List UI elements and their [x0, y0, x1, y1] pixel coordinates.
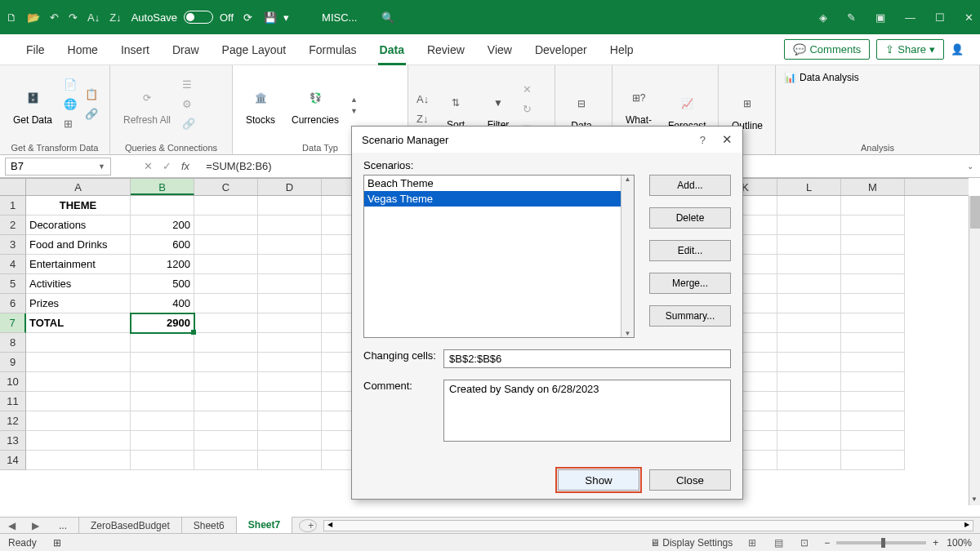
cell[interactable]	[777, 372, 841, 392]
window-icon[interactable]: ▣	[875, 11, 885, 24]
show-button[interactable]: Show	[558, 469, 639, 491]
cell[interactable]	[131, 451, 194, 470]
cell[interactable]	[841, 313, 905, 333]
enter-formula-icon[interactable]: ✓	[163, 160, 172, 172]
draw-icon[interactable]: ✎	[847, 11, 856, 24]
cell[interactable]	[777, 235, 841, 255]
cell[interactable]	[131, 196, 194, 216]
existing-conn-icon[interactable]: 🔗	[85, 108, 100, 122]
cell[interactable]	[258, 431, 322, 451]
cell[interactable]	[194, 235, 258, 255]
edit-links-icon[interactable]: 🔗	[182, 118, 197, 132]
cell[interactable]	[131, 431, 194, 451]
sync-icon[interactable]: ⟳	[243, 11, 252, 24]
cell[interactable]	[258, 372, 322, 392]
col-header[interactable]: L	[777, 179, 841, 195]
row-header[interactable]: 10	[0, 372, 26, 392]
cell[interactable]	[841, 294, 905, 313]
cell[interactable]	[777, 274, 841, 294]
cell[interactable]	[194, 411, 258, 431]
sort-desc-icon[interactable]: Z↓	[109, 11, 121, 24]
cell[interactable]	[777, 392, 841, 411]
cell[interactable]	[26, 411, 131, 431]
tab-home[interactable]: Home	[56, 34, 109, 65]
cell[interactable]	[258, 451, 322, 470]
cell[interactable]: 500	[131, 274, 194, 294]
cell[interactable]: Food and Drinks	[26, 235, 131, 255]
autosave-control[interactable]: AutoSave Off	[131, 11, 234, 24]
cell[interactable]: TOTAL	[26, 313, 131, 333]
cell[interactable]	[841, 333, 905, 353]
cell[interactable]	[777, 313, 841, 333]
row-header[interactable]: 8	[0, 333, 26, 353]
autosave-toggle[interactable]	[184, 11, 213, 24]
cell[interactable]	[194, 451, 258, 470]
cell[interactable]	[131, 372, 194, 392]
sheet-tab[interactable]: Sheet7	[237, 517, 292, 535]
col-header[interactable]: A	[26, 179, 131, 195]
select-all-corner[interactable]	[0, 179, 26, 195]
sheet-nav-right-icon[interactable]: ▶	[24, 520, 47, 531]
cell[interactable]	[841, 216, 905, 235]
minimize-icon[interactable]: —	[905, 11, 915, 24]
display-settings-button[interactable]: 🖥 Display Settings	[650, 537, 733, 549]
tab-help[interactable]: Help	[599, 34, 645, 65]
horizontal-scrollbar[interactable]: ◀ ▶	[323, 520, 973, 531]
cell[interactable]	[841, 255, 905, 274]
recent-sources-icon[interactable]: 📋	[85, 88, 100, 103]
cell[interactable]	[258, 216, 322, 235]
vertical-scrollbar[interactable]: ▲ ▼	[969, 196, 980, 505]
tab-insert[interactable]: Insert	[109, 34, 161, 65]
row-header[interactable]: 7	[0, 313, 26, 333]
cell[interactable]: 1200	[131, 255, 194, 274]
cell[interactable]	[194, 392, 258, 411]
listbox-scrollbar[interactable]: ▲ ▼	[621, 176, 634, 337]
summary-scenario-button[interactable]: Summary...	[649, 305, 731, 327]
cell[interactable]	[131, 392, 194, 411]
zoom-slider[interactable]	[836, 541, 926, 544]
row-header[interactable]: 3	[0, 235, 26, 255]
cell[interactable]	[841, 353, 905, 372]
cell[interactable]	[26, 431, 131, 451]
cell[interactable]	[777, 196, 841, 216]
macro-icon[interactable]: ⊞	[53, 537, 61, 549]
tab-view[interactable]: View	[476, 34, 523, 65]
scenario-item[interactable]: Vegas Theme	[364, 191, 634, 207]
col-header[interactable]: B	[131, 179, 194, 195]
cell[interactable]: Entertainment	[26, 255, 131, 274]
currencies-button[interactable]: 💱 Currencies	[287, 82, 344, 129]
sort-za-icon[interactable]: Z↓	[416, 113, 431, 127]
cell[interactable]	[777, 451, 841, 470]
page-layout-icon[interactable]: ▤	[770, 537, 786, 549]
cell[interactable]	[131, 353, 194, 372]
cell[interactable]: THEME	[26, 196, 131, 216]
cell[interactable]	[777, 216, 841, 235]
row-header[interactable]: 6	[0, 294, 26, 313]
get-data-button[interactable]: 🗄️ Get Data	[8, 82, 57, 129]
merge-scenario-button[interactable]: Merge...	[649, 273, 731, 294]
cell[interactable]: 400	[131, 294, 194, 313]
cell[interactable]	[258, 294, 322, 313]
row-header[interactable]: 4	[0, 255, 26, 274]
new-file-icon[interactable]: 🗋	[7, 11, 17, 24]
sort-asc-icon[interactable]: A↓	[87, 11, 100, 24]
row-header[interactable]: 13	[0, 431, 26, 451]
cell[interactable]	[841, 431, 905, 451]
col-header[interactable]: C	[194, 179, 258, 195]
account-icon[interactable]: 👤	[951, 43, 964, 56]
cell[interactable]	[258, 313, 322, 333]
maximize-icon[interactable]: ☐	[935, 11, 945, 24]
cell[interactable]: 600	[131, 235, 194, 255]
scenario-item[interactable]: Beach Theme	[364, 176, 634, 191]
from-table-icon[interactable]: ⊞	[64, 118, 78, 132]
scroll-down-icon[interactable]: ▼	[350, 107, 358, 115]
cell[interactable]	[841, 451, 905, 470]
comments-button[interactable]: 💬 Comments	[784, 39, 870, 60]
cancel-formula-icon[interactable]: ✕	[144, 160, 153, 172]
cell[interactable]	[841, 411, 905, 431]
cell[interactable]	[777, 353, 841, 372]
cell[interactable]	[258, 196, 322, 216]
open-file-icon[interactable]: 📂	[27, 11, 40, 24]
cell[interactable]	[131, 333, 194, 353]
cell[interactable]	[841, 372, 905, 392]
